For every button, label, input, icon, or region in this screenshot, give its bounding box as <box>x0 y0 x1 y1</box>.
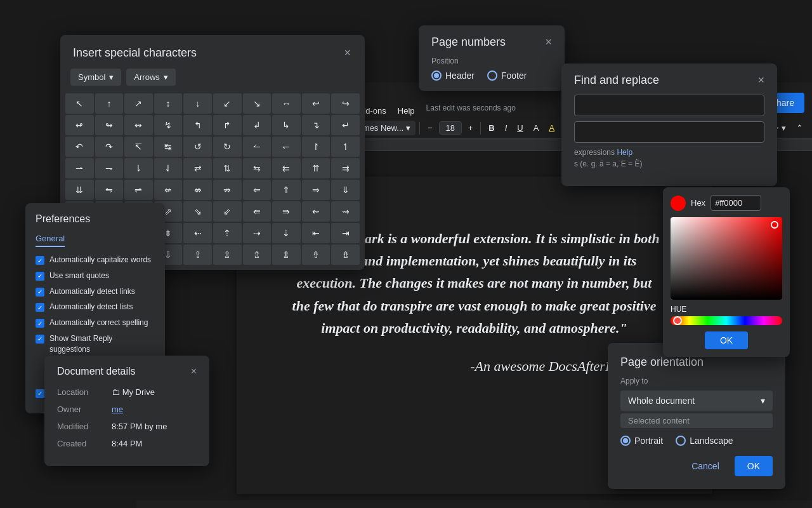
char-cell[interactable]: ⇥ <box>331 223 360 243</box>
footer-radio[interactable]: Footer <box>487 70 527 81</box>
arrows-dropdown[interactable]: Arrows ▾ <box>126 69 175 86</box>
char-cell[interactable]: ↵ <box>331 115 360 135</box>
page-orientation-ok-button[interactable]: OK <box>735 456 773 476</box>
char-cell[interactable]: ↓ <box>183 93 212 114</box>
font-size-input[interactable]: 18 <box>439 121 462 135</box>
char-cell[interactable]: ↕ <box>154 93 183 114</box>
char-cell[interactable]: ⇒ <box>302 180 331 200</box>
char-cell[interactable]: ↪ <box>331 93 360 114</box>
char-cell[interactable]: ⇠ <box>183 223 212 243</box>
char-cell[interactable]: ↺ <box>183 137 212 157</box>
apply-to-dropdown[interactable]: Whole document ▾ <box>620 391 773 411</box>
char-cell[interactable]: ⇃ <box>154 158 183 178</box>
char-cell[interactable]: ↱ <box>213 115 242 135</box>
char-cell[interactable]: ⇉ <box>331 158 360 178</box>
char-cell[interactable]: ⇄ <box>183 158 212 178</box>
preferences-general-tab[interactable]: General <box>36 234 65 247</box>
char-cell[interactable]: ↷ <box>95 137 124 157</box>
char-cell[interactable]: ↼ <box>243 137 272 157</box>
doc-details-close-button[interactable]: × <box>191 366 197 377</box>
color-ok-button[interactable]: OK <box>705 331 748 349</box>
char-cell[interactable]: ↰ <box>183 115 212 135</box>
char-cell[interactable]: ⇬ <box>243 244 272 265</box>
hex-input[interactable]: #ff0000 <box>710 195 761 211</box>
help-link[interactable]: Help <box>617 148 632 157</box>
font-size-increase-button[interactable]: + <box>464 121 477 135</box>
char-cell[interactable]: ↴ <box>302 115 331 135</box>
char-cell[interactable]: ↬ <box>95 115 124 135</box>
char-cell[interactable]: ↿ <box>331 137 360 157</box>
char-cell[interactable]: ↭ <box>124 115 153 135</box>
owner-value[interactable]: me <box>112 404 123 414</box>
char-cell[interactable]: ⇙ <box>213 201 242 222</box>
char-cell[interactable]: ↯ <box>154 115 183 135</box>
pref-smart-quotes-checkbox[interactable] <box>36 272 44 281</box>
char-cell[interactable]: ⇋ <box>95 180 124 200</box>
char-cell[interactable]: ⇭ <box>272 244 301 265</box>
underline-button[interactable]: U <box>513 121 527 135</box>
pref-detect-lists-checkbox[interactable] <box>36 303 44 312</box>
char-cell[interactable]: ↽ <box>272 137 301 157</box>
char-cell[interactable]: ⇢ <box>243 223 272 243</box>
char-cell[interactable]: ⇆ <box>243 158 272 178</box>
menu-help[interactable]: Help <box>393 104 420 118</box>
find-input[interactable] <box>574 95 764 116</box>
char-cell[interactable]: ⇛ <box>272 201 301 222</box>
char-cell[interactable]: ↹ <box>154 137 183 157</box>
char-cell[interactable]: ↶ <box>65 137 94 157</box>
pref-correct-spelling-checkbox[interactable] <box>36 319 44 328</box>
symbol-dropdown[interactable]: Symbol ▾ <box>70 69 121 86</box>
pref-capitalize-checkbox[interactable] <box>36 256 44 265</box>
page-numbers-close-button[interactable]: × <box>545 36 552 49</box>
portrait-radio[interactable]: Portrait <box>620 436 663 446</box>
char-cell[interactable]: ⇝ <box>331 201 360 222</box>
char-cell[interactable]: ↙ <box>213 93 242 114</box>
find-replace-close-button[interactable]: × <box>757 74 764 87</box>
italic-button[interactable]: I <box>501 121 511 135</box>
char-cell[interactable]: ⇑ <box>272 180 301 200</box>
char-cell[interactable]: ⇏ <box>213 180 242 200</box>
char-cell[interactable]: ↔ <box>272 93 301 114</box>
char-cell[interactable]: ↻ <box>213 137 242 157</box>
replace-input[interactable] <box>574 121 764 143</box>
char-cell[interactable]: ⇇ <box>272 158 301 178</box>
char-cell[interactable]: ↩ <box>302 93 331 114</box>
expand-button[interactable]: ⌃ <box>792 121 807 135</box>
landscape-radio[interactable]: Landscape <box>676 436 733 446</box>
char-cell[interactable]: ⇎ <box>183 180 212 200</box>
char-cell[interactable]: ↳ <box>272 115 301 135</box>
char-cell[interactable]: ↲ <box>243 115 272 135</box>
char-cell[interactable]: ⇓ <box>331 180 360 200</box>
pref-smart-reply-checkbox[interactable] <box>36 335 44 344</box>
char-cell[interactable]: ⇁ <box>95 158 124 178</box>
char-cell[interactable]: ↾ <box>302 137 331 157</box>
char-cell[interactable]: ⇈ <box>302 158 331 178</box>
char-cell[interactable]: ⇪ <box>183 244 212 265</box>
header-radio[interactable]: Header <box>431 70 475 81</box>
char-cell[interactable]: ↗ <box>124 93 153 114</box>
char-cell[interactable]: ⇮ <box>302 244 331 265</box>
char-cell[interactable]: ⇡ <box>213 223 242 243</box>
char-cell[interactable]: ⇊ <box>65 180 94 200</box>
char-cell[interactable]: ↫ <box>65 115 94 135</box>
char-cell[interactable]: ⇘ <box>183 201 212 222</box>
char-cell[interactable]: ⇀ <box>65 158 94 178</box>
pref-link-details-checkbox[interactable] <box>36 389 44 398</box>
char-cell[interactable]: ⇍ <box>154 180 183 200</box>
char-cell[interactable]: ⇌ <box>124 180 153 200</box>
font-size-decrease-button[interactable]: − <box>424 121 436 135</box>
char-cell[interactable]: ⇜ <box>302 201 331 222</box>
char-cell[interactable]: ⇐ <box>243 180 272 200</box>
char-cell[interactable]: ⇅ <box>213 158 242 178</box>
char-cell[interactable]: ↑ <box>95 93 124 114</box>
char-cell[interactable]: ⇤ <box>302 223 331 243</box>
char-cell[interactable]: ⇣ <box>272 223 301 243</box>
char-cell[interactable]: ↸ <box>124 137 153 157</box>
bold-button[interactable]: B <box>485 121 498 135</box>
char-cell[interactable]: ⇚ <box>243 201 272 222</box>
highlight-button[interactable]: A <box>545 121 558 135</box>
apply-selected-content-option[interactable]: Selected content <box>620 413 773 428</box>
char-cell[interactable]: ↖ <box>65 93 94 114</box>
char-cell[interactable]: ⇫ <box>213 244 242 265</box>
insert-chars-close-button[interactable]: × <box>343 45 352 61</box>
